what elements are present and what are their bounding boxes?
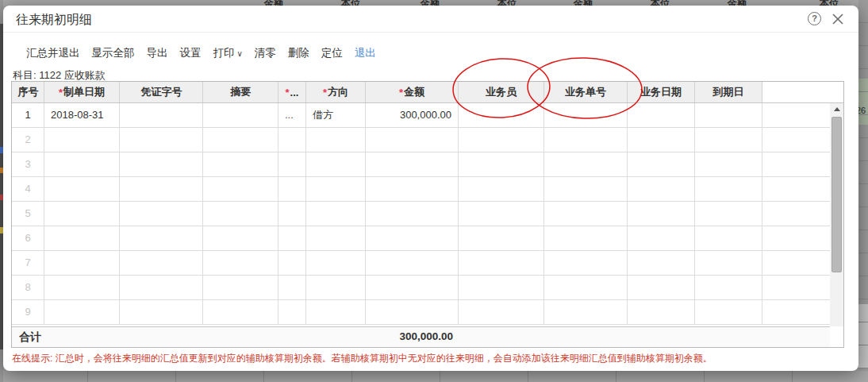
toolbar-item-show-all[interactable]: 显示全部 bbox=[92, 46, 135, 60]
cell-direction[interactable] bbox=[306, 226, 366, 250]
cell-summary[interactable] bbox=[203, 251, 278, 275]
toolbar-item-exit[interactable]: 退出 bbox=[355, 46, 376, 60]
cell-doc-date[interactable] bbox=[44, 128, 120, 152]
cell-amount[interactable] bbox=[366, 177, 459, 201]
cell-amount[interactable] bbox=[366, 226, 459, 250]
cell-aux[interactable] bbox=[278, 202, 306, 226]
cell-aux[interactable] bbox=[278, 276, 306, 299]
toolbar-item-delete[interactable]: 删除 bbox=[288, 46, 309, 60]
cell-direction[interactable] bbox=[306, 251, 366, 275]
cell-aux[interactable] bbox=[278, 251, 306, 275]
toolbar-item-print[interactable]: 打印∨ bbox=[213, 46, 243, 60]
toolbar-item-export[interactable]: 导出 bbox=[147, 46, 168, 60]
cell-direction[interactable] bbox=[306, 300, 366, 324]
cell-due-date[interactable] bbox=[695, 251, 762, 275]
cell-due-date[interactable] bbox=[695, 103, 762, 127]
cell-biz-date[interactable] bbox=[628, 226, 695, 250]
cell-amount[interactable]: 300,000.00 bbox=[366, 103, 459, 127]
cell-summary[interactable] bbox=[203, 276, 278, 299]
cell-direction[interactable] bbox=[306, 177, 366, 201]
cell-doc-date[interactable] bbox=[44, 276, 120, 299]
cell-due-date[interactable] bbox=[695, 226, 762, 250]
cell-biz-order-no[interactable] bbox=[544, 202, 628, 226]
cell-biz-date[interactable] bbox=[628, 202, 695, 226]
cell-seq[interactable]: 4 bbox=[12, 177, 44, 201]
cell-biz-order-no[interactable] bbox=[544, 251, 628, 275]
cell-biz-order-no[interactable] bbox=[544, 128, 628, 152]
cell-seq[interactable]: 5 bbox=[12, 202, 44, 226]
cell-doc-date[interactable] bbox=[44, 177, 120, 201]
cell-biz-date[interactable] bbox=[628, 300, 695, 324]
cell-direction[interactable] bbox=[306, 128, 366, 152]
cell-amount[interactable] bbox=[366, 300, 459, 324]
cell-amount[interactable] bbox=[366, 128, 459, 152]
cell-doc-date[interactable] bbox=[44, 226, 120, 250]
cell-salesman[interactable] bbox=[459, 152, 544, 176]
cell-biz-order-no[interactable] bbox=[544, 276, 628, 299]
cell-voucher-no[interactable] bbox=[120, 103, 203, 127]
cell-due-date[interactable] bbox=[695, 300, 762, 324]
cell-salesman[interactable] bbox=[459, 226, 544, 250]
cell-aux[interactable] bbox=[278, 152, 306, 176]
cell-salesman[interactable] bbox=[459, 177, 544, 201]
cell-salesman[interactable] bbox=[459, 251, 544, 275]
cell-summary[interactable] bbox=[203, 226, 278, 250]
cell-amount[interactable] bbox=[366, 276, 459, 299]
cell-aux[interactable] bbox=[278, 177, 306, 201]
cell-doc-date[interactable] bbox=[44, 202, 120, 226]
scrollbar-thumb[interactable] bbox=[832, 117, 842, 272]
cell-doc-date[interactable] bbox=[44, 251, 120, 275]
toolbar-item-summarize-and-exit[interactable]: 汇总并退出 bbox=[26, 46, 80, 60]
cell-salesman[interactable] bbox=[459, 300, 544, 324]
cell-direction[interactable] bbox=[306, 202, 366, 226]
cell-direction[interactable]: 借方 bbox=[306, 103, 366, 127]
help-icon[interactable]: ? bbox=[808, 12, 821, 25]
cell-voucher-no[interactable] bbox=[120, 152, 203, 176]
toolbar-item-locate[interactable]: 定位 bbox=[321, 46, 343, 60]
cell-salesman[interactable] bbox=[459, 128, 544, 152]
cell-due-date[interactable] bbox=[695, 152, 762, 176]
cell-due-date[interactable] bbox=[695, 128, 762, 152]
cell-summary[interactable] bbox=[203, 128, 278, 152]
cell-voucher-no[interactable] bbox=[120, 202, 203, 226]
cell-voucher-no[interactable] bbox=[120, 177, 203, 201]
cell-salesman[interactable] bbox=[459, 103, 544, 127]
cell-seq[interactable]: 3 bbox=[12, 152, 44, 176]
cell-summary[interactable] bbox=[203, 152, 278, 176]
cell-due-date[interactable] bbox=[695, 177, 762, 201]
cell-biz-order-no[interactable] bbox=[544, 152, 628, 176]
cell-aux[interactable] bbox=[278, 128, 306, 152]
cell-summary[interactable] bbox=[203, 177, 278, 201]
cell-aux[interactable]: ... bbox=[278, 103, 306, 127]
scroll-up-arrow-icon[interactable] bbox=[830, 103, 843, 114]
cell-summary[interactable] bbox=[203, 300, 278, 324]
cell-voucher-no[interactable] bbox=[120, 276, 203, 299]
cell-biz-date[interactable] bbox=[628, 177, 695, 201]
cell-biz-order-no[interactable] bbox=[544, 300, 628, 324]
cell-summary[interactable] bbox=[203, 103, 278, 127]
cell-biz-order-no[interactable] bbox=[544, 177, 628, 201]
cell-biz-date[interactable] bbox=[628, 103, 695, 127]
cell-aux[interactable] bbox=[278, 300, 306, 324]
cell-seq[interactable]: 9 bbox=[12, 300, 44, 324]
cell-seq[interactable]: 8 bbox=[12, 276, 44, 299]
cell-seq[interactable]: 6 bbox=[12, 226, 44, 250]
cell-biz-date[interactable] bbox=[628, 128, 695, 152]
cell-seq[interactable]: 1 bbox=[12, 103, 44, 127]
cell-doc-date[interactable] bbox=[44, 300, 120, 324]
cell-seq[interactable]: 7 bbox=[12, 251, 44, 275]
cell-voucher-no[interactable] bbox=[120, 128, 203, 152]
cell-voucher-no[interactable] bbox=[120, 300, 203, 324]
cell-summary[interactable] bbox=[203, 202, 278, 226]
cell-biz-order-no[interactable] bbox=[544, 103, 628, 127]
toolbar-item-settings[interactable]: 设置 bbox=[180, 46, 202, 60]
cell-due-date[interactable] bbox=[695, 276, 762, 299]
vertical-scrollbar[interactable] bbox=[830, 103, 843, 326]
cell-voucher-no[interactable] bbox=[120, 226, 203, 250]
cell-direction[interactable] bbox=[306, 276, 366, 299]
cell-due-date[interactable] bbox=[695, 202, 762, 226]
cell-biz-order-no[interactable] bbox=[544, 226, 628, 250]
cell-biz-date[interactable] bbox=[628, 152, 695, 176]
cell-doc-date[interactable] bbox=[44, 152, 120, 176]
cell-biz-date[interactable] bbox=[628, 251, 695, 275]
